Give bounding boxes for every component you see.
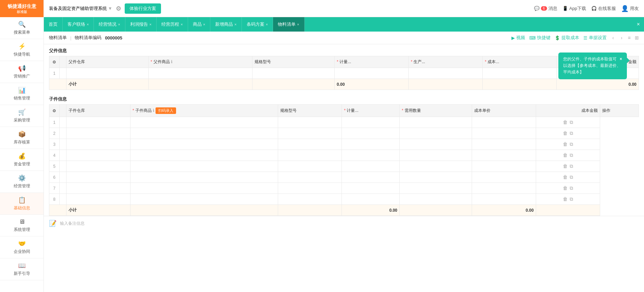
sidebar-item-inventory[interactable]: 📦 库存核算 bbox=[0, 127, 44, 149]
parent-row-1-cost[interactable] bbox=[483, 68, 557, 79]
system-title[interactable]: 装备及固定资产辅助管理系统 ▼ bbox=[49, 5, 112, 12]
child-row-8-cost-amount[interactable] bbox=[472, 194, 536, 205]
child-row-6-warehouse[interactable] bbox=[60, 172, 66, 183]
child-row-6-quantity[interactable] bbox=[278, 172, 342, 183]
sidebar-item-sales[interactable]: 📊 销售管理 bbox=[0, 83, 44, 105]
list-view-icon[interactable]: ⊞ bbox=[635, 35, 639, 40]
copy-icon[interactable]: ⧉ bbox=[570, 196, 573, 202]
delete-icon[interactable]: 🗑 bbox=[563, 141, 568, 147]
child-row-3-goods[interactable] bbox=[66, 139, 131, 150]
child-row-5-unit-cost[interactable] bbox=[399, 161, 472, 172]
child-row-4-unit-cost[interactable] bbox=[399, 150, 472, 161]
child-row-1-warehouse[interactable] bbox=[60, 117, 66, 128]
delete-icon[interactable]: 🗑 bbox=[563, 196, 568, 202]
child-row-6-needed[interactable] bbox=[342, 172, 399, 183]
tab-barcode[interactable]: 条码方案 × bbox=[242, 17, 273, 32]
child-row-6-cost-amount[interactable] bbox=[472, 172, 536, 183]
child-row-6-goods[interactable] bbox=[66, 172, 131, 183]
tab-home[interactable]: 首页 bbox=[44, 17, 63, 32]
settings-icon[interactable]: ⚙ bbox=[116, 5, 121, 12]
child-row-4-warehouse[interactable] bbox=[60, 150, 66, 161]
child-row-5-spec[interactable] bbox=[130, 161, 278, 172]
tab-operations[interactable]: 经营情况 × bbox=[94, 17, 125, 32]
prev-arrow-icon[interactable]: ‹ bbox=[611, 34, 615, 41]
sidebar-item-guide[interactable]: 📖 新手引导 bbox=[0, 258, 44, 280]
child-row-3-unit-cost[interactable] bbox=[399, 139, 472, 150]
tab-bom[interactable]: 物料清单 × bbox=[273, 17, 304, 32]
copy-icon[interactable]: ⧉ bbox=[570, 119, 573, 125]
online-service-item[interactable]: 🎧 在线客服 bbox=[591, 5, 616, 12]
child-row-3-warehouse[interactable] bbox=[60, 139, 66, 150]
sidebar-item-marketing[interactable]: 📢 营销推广 bbox=[0, 61, 44, 83]
sidebar-item-collab[interactable]: 🤝 企业协同 bbox=[0, 236, 44, 258]
note-text[interactable]: 输入备注信息 bbox=[60, 221, 85, 226]
delete-icon[interactable]: 🗑 bbox=[563, 185, 568, 191]
child-row-7-unit-cost[interactable] bbox=[399, 183, 472, 194]
child-row-3-needed[interactable] bbox=[342, 139, 399, 150]
copy-icon[interactable]: ⧉ bbox=[570, 130, 573, 136]
child-row-4-spec[interactable] bbox=[130, 150, 278, 161]
child-row-8-needed[interactable] bbox=[342, 194, 399, 205]
child-row-2-quantity[interactable] bbox=[278, 128, 342, 139]
parent-row-1-warehouse[interactable] bbox=[66, 68, 149, 79]
tab-new-goods[interactable]: 新增商品 × bbox=[210, 17, 242, 32]
parent-row-1-production[interactable] bbox=[409, 68, 483, 79]
delete-icon[interactable]: 🗑 bbox=[563, 119, 568, 125]
child-row-2-unit-cost[interactable] bbox=[399, 128, 472, 139]
child-row-1-goods[interactable] bbox=[66, 117, 131, 128]
child-row-8-spec[interactable] bbox=[130, 194, 278, 205]
child-row-4-needed[interactable] bbox=[342, 150, 399, 161]
app-download-item[interactable]: 📱 App下载 bbox=[562, 5, 586, 12]
sidebar-item-quick-nav[interactable]: ⚡ 快捷导航 bbox=[0, 39, 44, 61]
shortcut-action[interactable]: ⌨ 快捷键 bbox=[529, 35, 550, 41]
child-row-2-spec[interactable] bbox=[130, 128, 278, 139]
parent-row-1-goods[interactable] bbox=[148, 68, 252, 79]
message-item[interactable]: 💬 6 消息 bbox=[534, 5, 557, 12]
child-row-5-cost-amount[interactable] bbox=[472, 161, 536, 172]
close-tab-new-goods-icon[interactable]: × bbox=[234, 22, 236, 26]
close-tab-goods-icon[interactable]: × bbox=[203, 22, 205, 26]
close-tab-operations-icon[interactable]: × bbox=[118, 22, 120, 26]
child-row-5-needed[interactable] bbox=[342, 161, 399, 172]
child-row-2-needed[interactable] bbox=[342, 128, 399, 139]
parent-row-1-spec[interactable] bbox=[252, 68, 335, 79]
child-row-3-spec[interactable] bbox=[130, 139, 278, 150]
doc-settings-action[interactable]: ☰ 单据设置 bbox=[583, 35, 607, 41]
child-row-1-cost-amount[interactable] bbox=[472, 117, 536, 128]
child-row-7-quantity[interactable] bbox=[278, 183, 342, 194]
tab-goods[interactable]: 商品 × bbox=[188, 17, 210, 32]
child-row-4-cost-amount[interactable] bbox=[472, 150, 536, 161]
close-all-tabs-button[interactable]: × bbox=[633, 17, 644, 32]
close-tab-profit-icon[interactable]: × bbox=[149, 22, 151, 26]
close-tab-bom-icon[interactable]: × bbox=[297, 22, 299, 26]
delete-icon[interactable]: 🗑 bbox=[563, 163, 568, 169]
child-row-3-quantity[interactable] bbox=[278, 139, 342, 150]
tooltip-close-button[interactable]: × bbox=[620, 56, 622, 62]
experience-btn[interactable]: 体验行业方案 bbox=[125, 3, 161, 14]
child-row-5-goods[interactable] bbox=[66, 161, 131, 172]
tab-customer[interactable]: 客户联络 × bbox=[63, 17, 94, 32]
child-row-6-unit-cost[interactable] bbox=[399, 172, 472, 183]
cost-action[interactable]: 💲 提取成本 bbox=[555, 35, 579, 41]
sidebar-item-finance[interactable]: 💰 资金管理 bbox=[0, 149, 44, 171]
child-row-3-cost-amount[interactable] bbox=[472, 139, 536, 150]
sidebar-item-search[interactable]: 🔍 搜索菜单 bbox=[0, 17, 44, 39]
sidebar-item-system[interactable]: 🖥 系统管理 bbox=[0, 215, 44, 236]
copy-icon[interactable]: ⧉ bbox=[570, 174, 573, 180]
child-row-5-warehouse[interactable] bbox=[60, 161, 66, 172]
child-row-1-spec[interactable] bbox=[130, 117, 278, 128]
child-row-4-quantity[interactable] bbox=[278, 150, 342, 161]
next-arrow-icon[interactable]: › bbox=[619, 34, 624, 41]
copy-icon[interactable]: ⧉ bbox=[570, 163, 573, 169]
sidebar-item-ops[interactable]: ⚙️ 经营管理 bbox=[0, 171, 44, 193]
child-row-7-cost-amount[interactable] bbox=[472, 183, 536, 194]
child-row-8-warehouse[interactable] bbox=[60, 194, 66, 205]
child-row-8-unit-cost[interactable] bbox=[399, 194, 472, 205]
child-row-2-cost-amount[interactable] bbox=[472, 128, 536, 139]
tab-profit[interactable]: 利润报告 × bbox=[125, 17, 157, 32]
sidebar-item-purchase[interactable]: 🛒 采购管理 bbox=[0, 105, 44, 127]
child-row-1-unit-cost[interactable] bbox=[399, 117, 472, 128]
child-row-5-quantity[interactable] bbox=[278, 161, 342, 172]
close-tab-customer-icon[interactable]: × bbox=[87, 22, 89, 26]
child-row-8-goods[interactable] bbox=[66, 194, 131, 205]
